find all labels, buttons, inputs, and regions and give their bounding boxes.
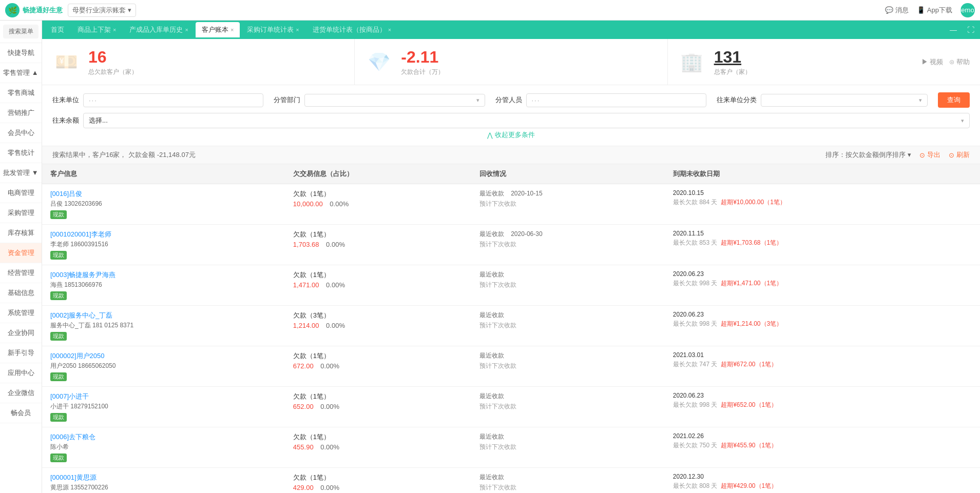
stat-info-debt: -2.11 欠款合计（万）: [401, 48, 444, 76]
debt-percent: 0.00%: [320, 362, 339, 370]
tab-close-icon[interactable]: ×: [296, 27, 299, 33]
sidebar-item-retail-mgmt[interactable]: 零售管理 ▲: [0, 63, 42, 83]
customer-name-link[interactable]: [0001020001]李老师: [50, 230, 277, 239]
search-menu-button[interactable]: 搜索菜单: [3, 25, 39, 38]
tab-customer-account[interactable]: 客户账本 ×: [196, 22, 240, 37]
app-download-label: App下载: [927, 6, 952, 15]
overdue-amount-link[interactable]: 超期¥1,214.00（3笔）: [721, 320, 782, 327]
tab-minimize-icon[interactable]: —: [947, 25, 960, 35]
filter-category: 往来单位分类 ▾: [717, 94, 928, 107]
person-input[interactable]: ···: [526, 93, 706, 107]
due-date: 2020.10.15: [673, 189, 972, 196]
customer-contact: 服务中心_丁磊 181 0125 8371: [50, 321, 277, 330]
sidebar-item-member[interactable]: 会员中心: [0, 123, 42, 143]
customer-name-link[interactable]: [000001]黄思源: [50, 473, 277, 482]
quick-nav-label: 快捷导航: [3, 48, 39, 57]
recent-collection-label: 最近收款: [479, 270, 657, 279]
sidebar-item-purchase[interactable]: 采购管理: [0, 203, 42, 223]
overdue-amount-link[interactable]: 超期¥672.00（1笔）: [721, 361, 777, 368]
sidebar-item-system[interactable]: 系统管理: [0, 303, 42, 323]
sidebar-item-marketing[interactable]: 营销推广: [0, 103, 42, 123]
company-selector[interactable]: 母婴行业演示账套 ▾: [68, 4, 136, 17]
sidebar-item-newbie[interactable]: 新手引导: [0, 343, 42, 363]
app-download-button[interactable]: 📱 App下载: [917, 6, 952, 15]
avatar-label: demo2: [957, 6, 978, 14]
view-video-button[interactable]: ▶ 视频: [921, 57, 944, 67]
debt-row: 672.00 0.00%: [293, 362, 463, 370]
overdue-amount-link[interactable]: 超期¥455.90（1笔）: [721, 442, 777, 449]
debt-row: 1,214.00 0.00%: [293, 322, 463, 329]
customer-tag: 现款: [50, 291, 67, 300]
sidebar-item-corp-wechat[interactable]: 企业微信: [0, 383, 42, 403]
tab-close-icon[interactable]: ×: [185, 27, 188, 33]
basic-info-label: 基础信息: [3, 288, 39, 298]
result-actions: 排序：按欠款金额倒序排序 ▾ ⊙ 导出 ⊙ 刷新: [825, 150, 970, 160]
sidebar-item-basic-info[interactable]: 基础信息: [0, 283, 42, 303]
sidebar-item-batch-mgmt[interactable]: 批发管理 ▼: [0, 163, 42, 183]
table-row: [000001]黄思源 黄思源 13552700226 现款 欠款（1笔） 42…: [42, 468, 980, 494]
customer-tag: 现款: [50, 453, 67, 462]
customer-name-link[interactable]: [0006]去下粮仓: [50, 432, 277, 442]
sidebar-item-app-center[interactable]: 应用中心: [0, 363, 42, 383]
result-text: 搜索结果中，客户16家: [52, 151, 120, 159]
overdue-amount-link[interactable]: 超期¥1,471.00（1笔）: [721, 280, 782, 287]
tab-product-listing[interactable]: 商品上下架 ×: [71, 22, 122, 37]
due-date: 2020.12.30: [673, 473, 972, 480]
export-button[interactable]: ⊙ 导出: [919, 150, 940, 160]
customer-name-link[interactable]: [0002]服务中心_丁磊: [50, 311, 277, 320]
collapse-button[interactable]: ⋀ 收起更多条件: [52, 130, 970, 140]
sidebar-item-ecommerce[interactable]: 电商管理: [0, 183, 42, 203]
tab-maximize-icon[interactable]: ⛶: [964, 25, 977, 35]
tab-close-icon[interactable]: ×: [113, 27, 116, 33]
tab-import-stats[interactable]: 进货单统计表（按商品） ×: [306, 22, 397, 37]
message-button[interactable]: 💬 消息: [885, 6, 909, 15]
user-avatar[interactable]: demo2: [960, 3, 975, 17]
dept-input[interactable]: ▾: [304, 94, 485, 107]
customer-name-link[interactable]: [0016]吕俊: [50, 189, 277, 199]
customer-name-link[interactable]: [000002]用户2050: [50, 351, 277, 361]
debt-amount: 1,214.00: [293, 322, 319, 329]
tab-close-icon[interactable]: ×: [388, 27, 391, 33]
filter-supplier: 往来单位 ···: [52, 93, 263, 107]
refresh-button[interactable]: ⊙ 刷新: [949, 150, 970, 160]
overdue-amount-link[interactable]: 超期¥10,000.00（1笔）: [721, 199, 786, 206]
sidebar-item-enterprise[interactable]: 企业协同: [0, 323, 42, 343]
overdue-date-cell: 2020.10.15 最长欠款 884 天 超期¥10,000.00（1笔）: [665, 184, 980, 225]
sidebar-item-finance[interactable]: 资金管理: [0, 243, 42, 263]
due-date: 2020.06.23: [673, 311, 972, 318]
overdue-amount-link[interactable]: 超期¥652.00（1笔）: [721, 401, 777, 408]
search-button[interactable]: 查询: [938, 92, 970, 108]
result-summary: 搜索结果中，客户16家， 欠款金额 -21,148.07元: [52, 150, 196, 160]
overdue-amount-link[interactable]: 超期¥1,703.68（1笔）: [721, 239, 782, 246]
debt-amount: 652.00: [293, 403, 314, 410]
sidebar-item-vip[interactable]: 畅会员: [0, 403, 42, 423]
debt-amount: 455.90: [293, 443, 314, 451]
tab-product-history[interactable]: 产成品入库单历史 ×: [123, 22, 194, 37]
help-button[interactable]: ⊙ 帮助: [949, 57, 970, 67]
sidebar-item-retail-stats[interactable]: 零售统计: [0, 143, 42, 163]
customer-tag: 现款: [50, 210, 67, 219]
logo-text: 畅捷通好生意: [23, 6, 63, 15]
customer-info-cell: [000001]黄思源 黄思源 13552700226 现款: [42, 468, 285, 494]
customer-tag: 现款: [50, 372, 67, 381]
balance-input[interactable]: 选择... ▾: [83, 113, 970, 128]
tab-close-icon[interactable]: ×: [230, 27, 234, 33]
supplier-input[interactable]: ···: [83, 93, 263, 107]
balance-dropdown-icon: ▾: [961, 117, 964, 124]
table-container: 客户信息 欠交易信息（占比） 回收情况 到期未收款日期 [0016]吕俊 吕俊 …: [42, 164, 980, 493]
stats-section: 💴 16 总欠款客户（家） 💎 -2.11 欠款合计（万）: [42, 39, 980, 85]
tab-purchase-order[interactable]: 采购订单统计表 ×: [241, 22, 305, 37]
debt-percent: 0.00%: [320, 403, 339, 410]
customer-name-link[interactable]: [0003]畅捷服务尹海燕: [50, 270, 277, 280]
tab-home[interactable]: 首页: [45, 22, 70, 37]
sidebar-item-retail-mall[interactable]: 零售商城: [0, 83, 42, 103]
sidebar-item-operations[interactable]: 经营管理: [0, 263, 42, 283]
next-collection-label: 预计下次收款: [479, 483, 657, 492]
tab-bar: 首页 商品上下架 × 产成品入库单历史 × 客户账本 × 采购订单统计表 ×: [42, 21, 980, 39]
customer-name-link[interactable]: [0007]小进干: [50, 392, 277, 401]
sidebar-item-stock[interactable]: 库存核算: [0, 223, 42, 243]
sidebar-item-quick-nav[interactable]: 快捷导航: [0, 43, 42, 63]
customer-contact: 黄思源 13552700226: [50, 483, 277, 492]
overdue-amount-link[interactable]: 超期¥429.00（1笔）: [721, 482, 777, 489]
category-input[interactable]: ▾: [761, 94, 928, 107]
